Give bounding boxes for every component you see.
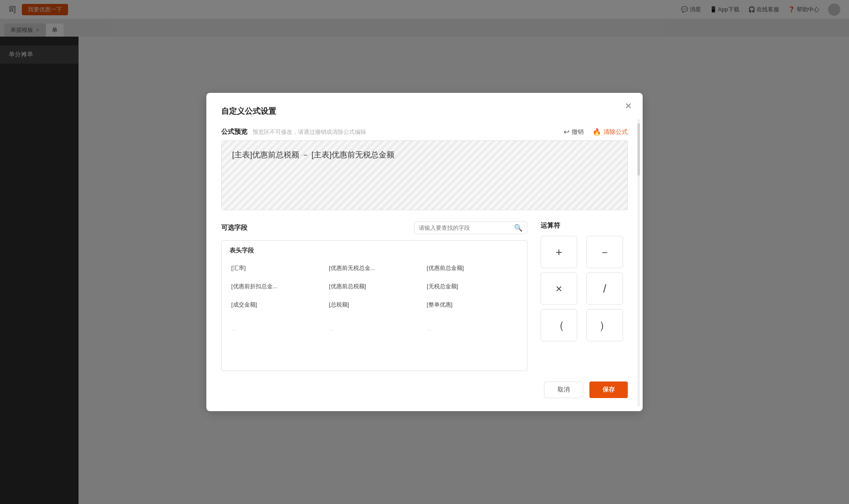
dialog-scrollbar-thumb (637, 123, 640, 176)
bottom-section: 可选字段 🔍 表头字段 [汇率] [优惠前无税总金... [优惠前总金额] [优… (221, 221, 628, 371)
dialog-footer: 取消 保存 (221, 381, 628, 398)
field-item-2[interactable]: [优惠前总金额] (423, 259, 521, 277)
search-input[interactable] (419, 225, 510, 231)
formula-actions: ↩ 撤销 🔥 清除公式 (564, 128, 628, 136)
field-item-0[interactable]: [汇率] (228, 259, 325, 277)
fields-list-container[interactable]: 表头字段 [汇率] [优惠前无税总金... [优惠前总金额] [优惠前折扣总金.… (221, 240, 527, 371)
field-item-extra-2[interactable]: ... (325, 320, 423, 337)
modal-overlay: ✕ 自定义公式设置 公式预览 预览区不可修改，请通过撤销或清除公式编辑 ↩ 撤销… (0, 0, 849, 504)
clear-icon: 🔥 (592, 128, 601, 136)
field-item-8[interactable]: [整单优惠] (423, 296, 521, 314)
fields-grid: [汇率] [优惠前无税总金... [优惠前总金额] [优惠前折扣总金... [优… (222, 259, 527, 320)
formula-header: 公式预览 预览区不可修改，请通过撤销或清除公式编辑 ↩ 撤销 🔥 清除公式 (221, 128, 628, 136)
op-right-paren-button[interactable]: ） (586, 309, 623, 341)
op-subtract-button[interactable]: － (586, 236, 623, 268)
formula-dialog: ✕ 自定义公式设置 公式预览 预览区不可修改，请通过撤销或清除公式编辑 ↩ 撤销… (206, 93, 643, 411)
undo-button[interactable]: ↩ 撤销 (564, 128, 584, 136)
op-left-paren-button[interactable]: （ (541, 309, 577, 341)
dialog-scrollbar (637, 119, 640, 407)
operators-title: 运算符 (541, 221, 628, 230)
search-icon: 🔍 (514, 224, 523, 232)
op-add-button[interactable]: + (541, 236, 577, 268)
save-button[interactable]: 保存 (589, 381, 628, 398)
dialog-close-button[interactable]: ✕ (625, 102, 632, 110)
formula-label: 公式预览 (221, 128, 247, 136)
field-item-1[interactable]: [优惠前无税总金... (325, 259, 423, 277)
op-multiply-button[interactable]: × (541, 272, 577, 305)
field-item-extra-1[interactable]: ... (228, 320, 325, 337)
operators-section: 运算符 + － × / （ ） (541, 221, 628, 371)
formula-content: [主表]优惠前总税额 － [主表]优惠前无税总金额 (232, 150, 394, 159)
field-item-3[interactable]: [优惠前折扣总金... (228, 277, 325, 296)
field-item-extra-3[interactable]: ... (423, 320, 521, 337)
formula-hint: 预览区不可修改，请通过撤销或清除公式编辑 (253, 128, 366, 136)
field-item-5[interactable]: [无税总金额] (423, 277, 521, 296)
dialog-title: 自定义公式设置 (221, 106, 628, 116)
field-item-6[interactable]: [成交金额] (228, 296, 325, 314)
formula-label-group: 公式预览 预览区不可修改，请通过撤销或清除公式编辑 (221, 128, 366, 136)
field-item-7[interactable]: [总税额] (325, 296, 423, 314)
clear-formula-button[interactable]: 🔥 清除公式 (592, 128, 628, 136)
field-item-4[interactable]: [优惠前总税额] (325, 277, 423, 296)
undo-icon: ↩ (564, 128, 569, 136)
fields-title: 可选字段 (221, 224, 247, 232)
op-divide-button[interactable]: / (586, 272, 623, 305)
fields-grid-2: ... ... ... (222, 320, 527, 343)
fields-header: 可选字段 🔍 (221, 221, 527, 234)
search-box: 🔍 (414, 221, 527, 234)
cancel-button[interactable]: 取消 (544, 381, 583, 398)
formula-preview-box: [主表]优惠前总税额 － [主表]优惠前无税总金额 (221, 140, 628, 210)
fields-group-title: 表头字段 (222, 241, 527, 259)
fields-section: 可选字段 🔍 表头字段 [汇率] [优惠前无税总金... [优惠前总金额] [优… (221, 221, 527, 371)
operators-grid: + － × / （ ） (541, 236, 628, 341)
